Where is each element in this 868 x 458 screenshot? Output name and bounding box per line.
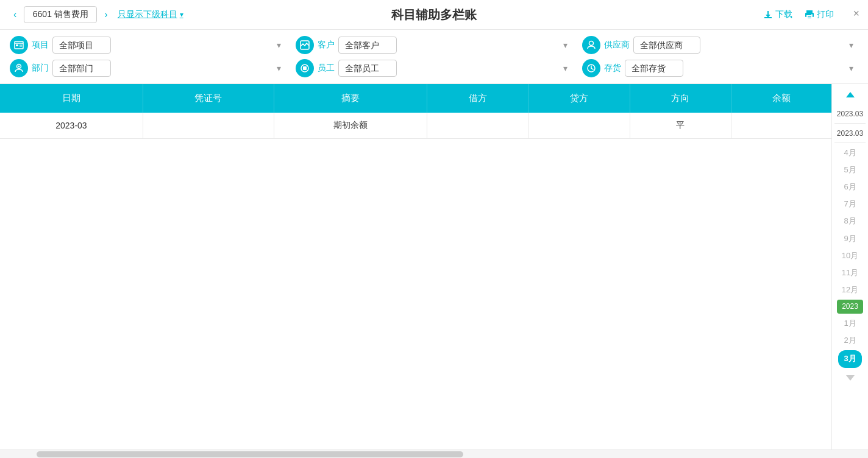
filter-item-xm: 项目 全部项目	[10, 36, 286, 54]
svg-rect-11	[16, 44, 18, 46]
filter-select-wrapper-gys: 全部供应商	[633, 37, 858, 54]
filter-row-2: 部门 全部部门 员工 全部员工	[10, 59, 858, 77]
col-balance: 余额	[731, 84, 831, 113]
horizontal-scrollbar[interactable]	[0, 449, 868, 458]
download-label: 下载	[775, 9, 792, 20]
filter-item-yg: 员工 全部员工	[296, 59, 572, 77]
filter-select-cg[interactable]: 全部存货	[625, 60, 683, 77]
svg-rect-6	[808, 16, 811, 17]
filter-select-kh[interactable]: 全部客户	[338, 37, 397, 54]
supplier-icon	[582, 36, 600, 54]
print-label: 打印	[817, 9, 834, 20]
main-window: × ‹ 6601 销售费用 › 只显示下级科目 ▾ 科目辅助多栏账 下载	[0, 0, 868, 458]
scrollbar-thumb[interactable]	[37, 451, 463, 457]
filter-select-wrapper-cg: 全部存货	[625, 60, 858, 77]
table-header-row: 日期 凭证号 摘要 借方 贷方 方向 余额	[0, 84, 831, 113]
svg-marker-21	[846, 92, 855, 97]
col-debit: 借方	[427, 84, 528, 113]
filters-section: 项目 全部项目 客户 全部客户	[0, 30, 868, 84]
cell-balance	[731, 113, 831, 139]
timeline-item-8[interactable]: 10月	[834, 247, 866, 264]
filter-item-gys: 供应商 全部供应商	[582, 36, 858, 54]
svg-point-15	[589, 41, 593, 46]
svg-marker-22	[846, 375, 855, 381]
customer-icon	[296, 36, 314, 54]
dept-icon	[10, 59, 28, 77]
filter-select-gys[interactable]: 全部供应商	[633, 37, 700, 54]
timeline-item-13[interactable]: 2月	[834, 332, 866, 349]
filter-select-wrapper-kh: 全部客户	[338, 37, 572, 54]
cell-direction: 平	[630, 113, 731, 139]
filter-select-wrapper-bm: 全部部门	[52, 60, 286, 77]
timeline-item-6[interactable]: 8月	[834, 213, 866, 230]
download-button[interactable]: 下载	[763, 9, 792, 20]
filter-label-xm: 项目	[32, 40, 49, 51]
col-summary: 摘要	[274, 84, 427, 113]
timeline-item-7[interactable]: 9月	[834, 230, 866, 247]
show-sub-label: 只显示下级科目	[118, 9, 177, 20]
timeline-item-11[interactable]: 2023	[837, 300, 863, 314]
filter-select-bm[interactable]: 全部部门	[52, 60, 111, 77]
col-date: 日期	[0, 84, 143, 113]
top-bar: ‹ 6601 销售费用 › 只显示下级科目 ▾ 科目辅助多栏账 下载	[0, 0, 868, 30]
filter-item-cg: 存货 全部存货	[582, 59, 858, 77]
filter-item-kh: 客户 全部客户	[296, 36, 572, 54]
employee-icon	[296, 59, 314, 77]
timeline-item-14[interactable]: 3月	[838, 350, 862, 367]
cell-date: 2023-03	[0, 113, 143, 139]
timeline-item-10[interactable]: 12月	[834, 281, 866, 298]
timeline-up-button[interactable]	[832, 86, 868, 105]
timeline-item-4[interactable]: 6月	[834, 178, 866, 196]
col-voucher: 凭证号	[143, 84, 274, 113]
print-icon	[805, 10, 814, 19]
filter-row-1: 项目 全部项目 客户 全部客户	[10, 36, 858, 54]
page-title: 科目辅助多栏账	[391, 7, 477, 23]
download-icon	[763, 10, 773, 19]
inventory-icon	[582, 59, 600, 77]
account-code-display[interactable]: 6601 销售费用	[24, 6, 97, 23]
timeline-item-5[interactable]: 7月	[834, 196, 866, 213]
table-row: 2023-03期初余额平	[0, 113, 831, 139]
top-actions: 下载 打印	[763, 9, 834, 20]
filter-label-bm: 部门	[32, 63, 49, 74]
filter-label-yg: 员工	[318, 63, 335, 74]
svg-rect-19	[303, 66, 307, 70]
filter-label-kh: 客户	[318, 40, 335, 51]
filter-select-wrapper-yg: 全部员工	[338, 60, 572, 77]
filter-label-cg: 存货	[604, 63, 621, 74]
filter-select-wrapper-xm: 全部项目	[52, 37, 286, 54]
data-table: 日期 凭证号 摘要 借方 贷方 方向 余额 2023-03期初余额平	[0, 84, 831, 139]
table-body: 2023-03期初余额平	[0, 113, 831, 139]
timeline-item-3[interactable]: 5月	[834, 161, 866, 178]
cell-summary: 期初余额	[274, 113, 427, 139]
cell-debit	[427, 113, 528, 139]
nav-next-button[interactable]: ›	[101, 8, 111, 21]
cell-credit	[528, 113, 630, 139]
main-content: 日期 凭证号 摘要 借方 贷方 方向 余额 2023-03期初余额平	[0, 84, 868, 449]
svg-rect-7	[808, 18, 811, 18]
nav-prev-button[interactable]: ‹	[10, 8, 20, 21]
cell-voucher	[143, 113, 274, 139]
svg-point-17	[18, 66, 20, 68]
timeline-item-12[interactable]: 1月	[834, 315, 866, 332]
filter-item-bm: 部门 全部部门	[10, 59, 286, 77]
print-button[interactable]: 打印	[805, 9, 834, 20]
close-button[interactable]: ×	[853, 7, 859, 20]
timeline-item-1[interactable]: 2023.03	[834, 125, 866, 143]
svg-rect-8	[811, 14, 813, 15]
account-nav: ‹ 6601 销售费用 ›	[10, 6, 112, 23]
filter-select-yg[interactable]: 全部员工	[338, 60, 397, 77]
project-icon	[10, 36, 28, 54]
timeline-item-0[interactable]: 2023.03	[834, 105, 866, 124]
table-area: 日期 凭证号 摘要 借方 贷方 方向 余额 2023-03期初余额平	[0, 84, 831, 449]
col-credit: 贷方	[528, 84, 630, 113]
timeline-sidebar: 2023.032023.034月5月6月7月8月9月10月11月12月20231…	[831, 84, 868, 449]
show-sub-dropdown-arrow: ▾	[180, 10, 183, 19]
show-sub-button[interactable]: 只显示下级科目 ▾	[118, 9, 183, 20]
timeline-item-2[interactable]: 4月	[834, 144, 866, 161]
timeline-down-button[interactable]	[832, 369, 868, 388]
timeline-item-9[interactable]: 11月	[834, 264, 866, 281]
col-direction: 方向	[630, 84, 731, 113]
filter-select-xm[interactable]: 全部项目	[52, 37, 111, 54]
timeline-items-container: 2023.032023.034月5月6月7月8月9月10月11月12月20231…	[834, 105, 866, 369]
